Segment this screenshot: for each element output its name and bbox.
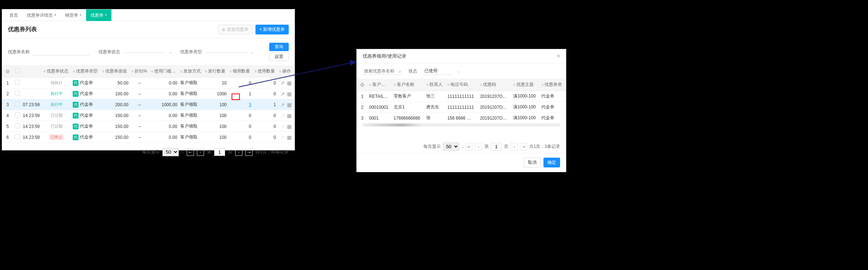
filter-type-select[interactable] [205,51,248,53]
column-header[interactable]: ⇅折扣% [130,65,149,78]
close-icon[interactable]: × [80,9,82,21]
table-row[interactable]: 2执行中代代金券100.00--0.00客户领取100010↗▦ [2,88,295,99]
column-header[interactable]: ⇅电话号码 [446,79,478,91]
qr-icon[interactable]: ▦ [287,124,292,129]
tab[interactable]: 首页 [5,9,22,21]
column-header[interactable]: ⇅使用门槛… [149,65,179,78]
qr-icon[interactable]: ▦ [287,102,292,108]
share-icon[interactable]: ↗ [280,102,285,108]
table-row[interactable]: 414 23:59已过期代代金券150.00--0.00客户领取10000↗▦ [2,110,295,121]
column-header[interactable]: ⇅优惠券类型 [71,65,101,78]
column-header[interactable] [357,79,368,91]
claim-cell[interactable]: 0 [228,132,253,143]
column-header[interactable]: ⇅优惠券类 [540,79,566,91]
gear-icon[interactable] [5,69,10,74]
claim-cell[interactable]: 0 [228,121,253,132]
next-page-button[interactable]: › [235,149,242,156]
table-row[interactable]: 3000117666666666张156 6666 …20191207O…满10… [357,113,566,124]
close-icon[interactable]: × [105,9,107,21]
filter-buttons: 查询 设置 [269,43,289,61]
gear-icon[interactable] [360,83,365,88]
qr-icon[interactable]: ▦ [287,91,292,97]
row-index: 1 [2,78,13,88]
op-cell: ↗▦ [278,99,295,110]
table-row[interactable]: 307 23:59执行中代代金券200.00--1000.00客户领取10031… [2,99,295,110]
threshold-cell: 0.00 [149,121,179,132]
column-header[interactable]: ⇅客户名称 [392,79,425,91]
column-header[interactable] [13,65,21,78]
column-header[interactable]: ⇅优惠主题 [512,79,540,91]
page-input[interactable] [214,148,225,156]
share-icon[interactable]: ↗ [280,91,285,97]
per-page-select[interactable]: 50 [162,148,179,156]
claim-cell[interactable]: 1 [228,88,253,99]
column-header[interactable] [2,65,13,78]
tab[interactable]: 优惠券× [86,9,111,21]
status-cell: 已过期 [42,121,71,132]
horizontal-scrollbar[interactable] [363,124,560,126]
face-cell: 100.00 [101,88,130,99]
query-button[interactable]: 查询 [269,43,289,51]
qr-icon[interactable]: ▦ [287,113,292,119]
last-page-button[interactable]: ⇥ [245,149,253,156]
table-row[interactable]: 1RETAIL…零散客户张三1111111111120191207O…满1000… [357,91,566,102]
search-icon[interactable]: ⌕ [399,68,401,74]
last-page-button[interactable]: ⇥ [520,143,527,150]
column-header[interactable]: ⇅客户… [368,79,392,91]
row-checkbox[interactable] [15,80,20,85]
claim-cell[interactable]: 0 [228,78,253,88]
table-row[interactable]: 1待执行代代金券50.00--0.00客户领取1000↗▦ [2,78,295,88]
chevron-down-icon: ⌵ [182,150,184,154]
status-select-value[interactable]: 已使用 [423,67,452,75]
qr-icon[interactable]: ▦ [287,80,292,86]
confirm-button[interactable]: 确定 [543,158,560,167]
header-actions: ⊕ 发放优惠券 + 新增优惠券 [218,25,289,34]
column-header[interactable]: ⇅发放方式 [179,65,203,78]
add-coupon-button[interactable]: + 新增优惠券 [255,25,289,34]
column-header[interactable]: ⇅联系人 [425,79,446,91]
claim-cell[interactable]: 3 [228,99,253,110]
qr-icon[interactable]: ▦ [287,134,292,140]
distribute-coupon-button[interactable]: ⊕ 发放优惠券 [218,25,253,34]
close-icon[interactable]: × [54,9,56,21]
filter-status-select[interactable] [123,51,166,53]
prev-page-button[interactable]: ‹ [475,143,482,150]
row-checkbox[interactable] [15,112,20,117]
column-header[interactable] [21,65,42,78]
table-row[interactable]: 514 23:59已过期代代金券150.00--0.00客户领取10000↗▦ [2,121,295,132]
prev-page-button[interactable]: ‹ [197,149,204,156]
next-page-button[interactable]: › [511,143,518,150]
first-page-button[interactable]: ⇤ [187,149,194,156]
share-icon: ↗ [280,113,285,119]
per-page-select[interactable]: 50 [443,142,459,151]
tab[interactable]: 优惠券详情页× [22,9,61,21]
table-row[interactable]: 614 23:59已终止代代金券150.00--0.00客户领取10000↗▦ [2,132,295,143]
claim-cell[interactable]: 0 [228,110,253,121]
settings-button[interactable]: 设置 [269,53,289,61]
filter-name-input[interactable] [33,49,90,55]
row-checkbox[interactable] [15,101,20,107]
column-header[interactable]: ⇅领用数量 [228,65,253,78]
dialog-pagination: 每页显示 50 ⌵ ⇤ ‹ 第 页 › ⇥ 共1页，3条记录 [357,140,566,154]
column-header[interactable]: ⇅优惠码 [478,79,511,91]
time-cell: 14 23:59 [21,110,42,121]
row-checkbox[interactable] [15,91,20,96]
status-cell: 执行中 [42,99,71,110]
op-cell: ↗▦ [278,132,295,143]
table-row[interactable]: 200010001北京1唐先生1111111111120191207O…满100… [357,102,566,113]
share-icon[interactable]: ↗ [280,80,285,86]
row-checkbox[interactable] [15,134,20,139]
row-checkbox[interactable] [15,123,20,128]
cancel-button[interactable]: 取消 [524,158,541,167]
select-all-checkbox[interactable] [15,68,20,73]
first-page-button[interactable]: ⇤ [466,143,473,150]
page-input[interactable] [491,143,502,150]
tab[interactable]: 销货单× [61,9,86,21]
column-header[interactable]: ⇅发行数量 [203,65,228,78]
column-header[interactable]: ⇅使用数量 [253,65,278,78]
search-input[interactable] [364,68,397,74]
close-icon[interactable]: × [557,53,560,59]
column-header[interactable]: ⇅优惠券状态 [42,65,71,78]
column-header[interactable]: ⇅优惠券面值 [101,65,130,78]
column-header[interactable]: ⇅操作 [278,65,295,78]
